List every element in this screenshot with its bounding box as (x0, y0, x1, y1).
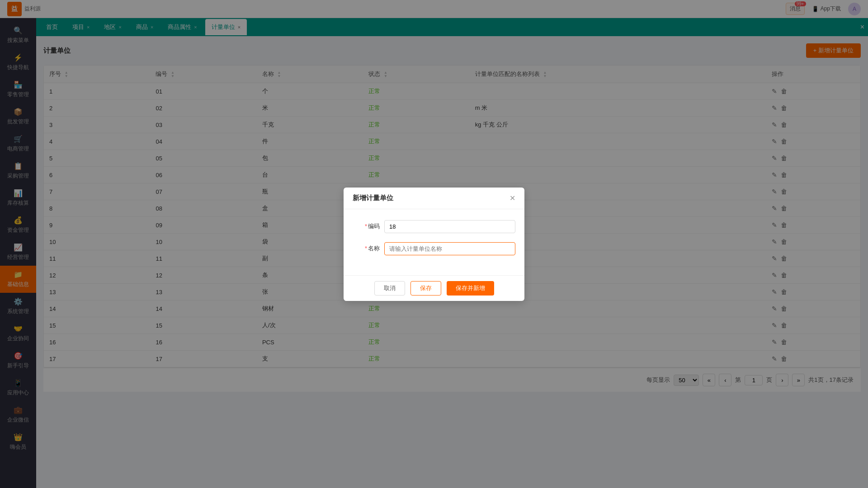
modal-header: 新增计量单位 ✕ (344, 188, 524, 209)
cancel-button[interactable]: 取消 (374, 281, 405, 296)
modal-close-button[interactable]: ✕ (509, 194, 515, 202)
name-label: 名称 (353, 244, 380, 253)
name-input[interactable] (384, 242, 515, 255)
name-form-row: 名称 (353, 242, 515, 255)
modal-body: 编码 名称 (344, 209, 524, 275)
modal-overlay[interactable]: 新增计量单位 ✕ 编码 名称 取消 保存 保存并新增 (0, 0, 868, 488)
add-unit-modal: 新增计量单位 ✕ 编码 名称 取消 保存 保存并新增 (344, 188, 524, 301)
save-button[interactable]: 保存 (410, 281, 441, 296)
save-and-new-button[interactable]: 保存并新增 (447, 281, 494, 296)
modal-title: 新增计量单位 (353, 194, 393, 202)
code-input[interactable] (384, 220, 515, 233)
modal-footer: 取消 保存 保存并新增 (344, 275, 524, 301)
code-form-row: 编码 (353, 220, 515, 233)
code-label: 编码 (353, 222, 380, 230)
